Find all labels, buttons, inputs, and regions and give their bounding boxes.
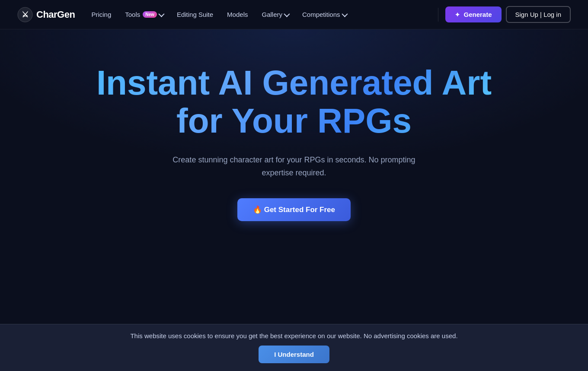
competitions-chevron-icon [342,11,348,17]
tools-chevron-icon [158,11,164,17]
cookie-message: This website uses cookies to ensure you … [130,332,457,339]
hero-section: Instant AI Generated Art for Your RPGs C… [0,29,588,355]
gallery-chevron-icon [284,11,290,17]
cookie-accept-button[interactable]: I Understand [259,346,329,363]
sparkle-icon: ✦ [455,11,460,18]
logo-icon: ⚔ [17,7,33,22]
nav-pricing[interactable]: Pricing [85,7,117,22]
nav-tools[interactable]: Tools New [119,7,169,22]
signup-button[interactable]: Sign Up | Log in [506,6,571,23]
gallery-preview [212,247,376,329]
logo-link[interactable]: ⚔ CharGen [17,7,75,22]
svg-text:⚔: ⚔ [22,10,29,19]
nav-competitions[interactable]: Competitions [296,7,352,22]
cookie-banner: This website uses cookies to ensure you … [0,324,588,371]
hero-subtitle: Create stunning character art for your R… [169,154,419,179]
generate-button[interactable]: ✦ Generate [445,6,501,22]
nav-separator [438,8,438,22]
tools-badge: New [143,11,157,18]
nav-models[interactable]: Models [221,7,254,22]
brand-name: CharGen [36,9,75,20]
nav-editing-suite[interactable]: Editing Suite [171,7,219,22]
nav-gallery[interactable]: Gallery [256,7,294,22]
navbar: ⚔ CharGen Pricing Tools New Editing Suit… [0,0,588,29]
cta-button[interactable]: 🔥 Get Started For Free [237,198,351,221]
hero-title: Instant AI Generated Art for Your RPGs [96,64,492,140]
nav-actions: ✦ Generate Sign Up | Log in [445,6,571,23]
nav-links: Pricing Tools New Editing Suite Models G… [85,7,431,22]
